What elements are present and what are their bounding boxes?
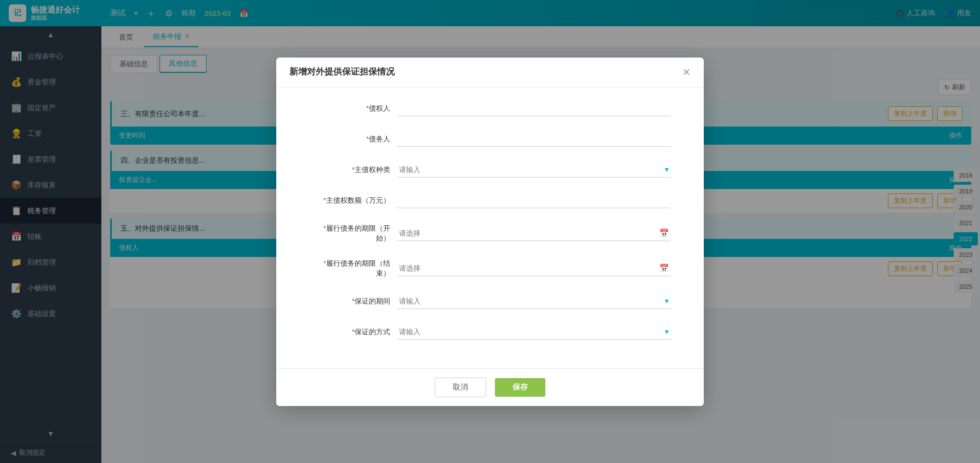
form-row-claim-type: *主债权种类 ▾	[309, 162, 671, 178]
guarantee-method-dropdown-icon[interactable]: ▾	[665, 327, 671, 336]
guarantee-method-select-wrap: ▾	[397, 324, 671, 340]
claim-type-dropdown-icon[interactable]: ▾	[665, 165, 671, 174]
dialog-body: *债权人 *债务人 *主债权种类 ▾	[276, 88, 704, 368]
claim-type-label: *主债权种类	[309, 165, 397, 175]
claim-type-select-wrap: ▾	[397, 162, 671, 178]
save-button[interactable]: 保存	[495, 378, 545, 397]
form-row-claim-amount: *主债权数额（万元）	[309, 193, 671, 208]
form-row-guarantee-period: *保证的期间 ▾	[309, 294, 671, 309]
dialog-close-icon[interactable]: ✕	[682, 66, 691, 78]
period-end-label: *履行债务的期限（结束）	[309, 259, 397, 278]
form-row-debtor: *债务人	[309, 132, 671, 147]
period-end-calendar-icon[interactable]: 📅	[659, 264, 671, 272]
dialog-footer: 取消 保存	[276, 368, 704, 406]
claim-amount-input[interactable]	[397, 193, 671, 208]
debtor-input[interactable]	[397, 132, 671, 147]
dialog-title: 新增对外提供保证担保情况	[289, 66, 395, 78]
form-row-period-start: *履行债务的期限（开始） 📅	[309, 224, 671, 243]
guarantee-period-label: *保证的期间	[309, 296, 397, 306]
claim-amount-label: *主债权数额（万元）	[309, 196, 397, 205]
modal-overlay: 新增对外提供保证担保情况 ✕ *债权人 *债务人 *	[0, 0, 980, 463]
add-guarantee-dialog: 新增对外提供保证担保情况 ✕ *债权人 *债务人 *	[276, 58, 704, 406]
creditor-input[interactable]	[397, 101, 671, 116]
claim-type-input[interactable]	[397, 162, 665, 177]
guarantee-period-input[interactable]	[397, 294, 665, 308]
guarantee-method-label: *保证的方式	[309, 327, 397, 337]
guarantee-period-select-wrap: ▾	[397, 294, 671, 309]
cancel-button[interactable]: 取消	[435, 378, 486, 397]
guarantee-period-dropdown-icon[interactable]: ▾	[665, 296, 671, 305]
period-start-calendar-icon[interactable]: 📅	[659, 228, 671, 237]
period-end-input[interactable]	[397, 261, 659, 276]
period-start-date-wrap: 📅	[397, 226, 671, 241]
debtor-label: *债务人	[309, 134, 397, 144]
period-end-date-wrap: 📅	[397, 261, 671, 276]
period-start-label: *履行债务的期限（开始）	[309, 224, 397, 243]
form-row-creditor: *债权人	[309, 101, 671, 116]
creditor-label: *债权人	[309, 104, 397, 113]
form-row-period-end: *履行债务的期限（结束） 📅	[309, 259, 671, 278]
period-start-input[interactable]	[397, 226, 659, 241]
dialog-header: 新增对外提供保证担保情况 ✕	[276, 58, 704, 88]
guarantee-method-input[interactable]	[397, 324, 665, 339]
form-row-guarantee-method: *保证的方式 ▾	[309, 324, 671, 340]
